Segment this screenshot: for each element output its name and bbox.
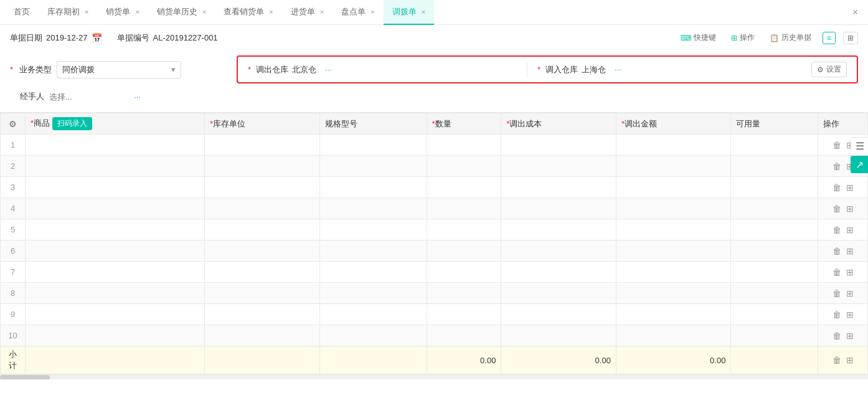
tab-purchase[interactable]: 进货单 ×: [282, 0, 333, 25]
tab-close-icon[interactable]: ×: [135, 8, 139, 16]
tab-home[interactable]: 首页: [5, 0, 39, 25]
delete-icon[interactable]: 🗑: [833, 288, 841, 298]
delete-icon[interactable]: 🗑: [833, 204, 841, 214]
cost-cell: [501, 198, 616, 219]
delete-icon[interactable]: 🗑: [833, 183, 841, 193]
scrollbar-thumb[interactable]: [0, 375, 50, 379]
window-close-button[interactable]: ×: [847, 7, 863, 18]
tab-view-sales[interactable]: 查看销货单 ×: [215, 0, 281, 25]
available-cell: [731, 177, 818, 198]
copy-icon[interactable]: ⊞: [846, 183, 854, 193]
action-cell: 🗑 ⊞: [818, 240, 868, 262]
action-cell: 🗑 ⊞: [818, 325, 868, 346]
row-number: 小计: [1, 346, 26, 374]
handler-input[interactable]: [49, 92, 124, 102]
list-view-button[interactable]: ≡: [823, 32, 836, 44]
amount-cell: [616, 325, 731, 346]
sidebar-expand-button[interactable]: ↗: [851, 156, 868, 173]
cost-cell: [501, 219, 616, 240]
row-number: 9: [1, 304, 26, 325]
amount-cell: [616, 262, 731, 283]
copy-icon[interactable]: ⊞: [846, 288, 854, 298]
unit-cell: [205, 304, 320, 325]
copy-icon[interactable]: ⊞: [846, 310, 854, 320]
tab-close-icon[interactable]: ×: [202, 8, 206, 16]
doc-date-field: 单据日期 2019-12-27 📅: [10, 32, 102, 44]
delete-icon[interactable]: 🗑: [833, 355, 841, 365]
tab-transfer[interactable]: 调拨单 ×: [384, 0, 434, 25]
copy-icon[interactable]: ⊞: [846, 246, 854, 256]
doc-number-value: AL-20191227-001: [153, 33, 218, 42]
delete-icon[interactable]: 🗑: [833, 246, 841, 256]
handler-more-button[interactable]: ···: [134, 92, 141, 102]
copy-icon[interactable]: ⊞: [846, 204, 854, 214]
spec-cell: [319, 240, 427, 262]
tab-close-icon[interactable]: ×: [85, 8, 88, 16]
table-row: 5 🗑 ⊞: [1, 219, 868, 240]
tab-inventory[interactable]: 盘点单 ×: [333, 0, 383, 25]
action-cell: 🗑 ⊞: [818, 346, 868, 374]
row-number: 2: [1, 156, 26, 177]
qty-col-header: *数量: [427, 113, 501, 135]
copy-icon[interactable]: ⊞: [846, 355, 854, 365]
tab-close-icon[interactable]: ×: [269, 8, 273, 16]
tab-label: 查看销货单: [224, 6, 264, 17]
tab-close-icon[interactable]: ×: [370, 8, 374, 16]
history-button[interactable]: 📋 历史单据: [766, 31, 815, 44]
qty-cell: 0.00: [427, 346, 501, 374]
available-cell: [731, 240, 818, 262]
delete-icon[interactable]: 🗑: [833, 225, 841, 235]
product-col-header: *商品 扫码录入: [26, 113, 205, 135]
qty-cell: [427, 135, 501, 156]
row-number: 3: [1, 177, 26, 198]
cost-col-header: *调出成本: [501, 113, 616, 135]
tab-label: 销货单历史: [157, 6, 197, 17]
delete-icon[interactable]: 🗑: [833, 140, 841, 150]
tab-sales-history[interactable]: 销货单历史 ×: [148, 0, 215, 25]
out-warehouse-more-button[interactable]: ···: [325, 65, 332, 74]
delete-icon[interactable]: 🗑: [833, 267, 841, 277]
sidebar-list-button[interactable]: ☰: [851, 137, 868, 155]
tab-inventory-init[interactable]: 库存期初 ×: [39, 0, 97, 25]
product-cell: [26, 262, 205, 283]
tab-sales-order[interactable]: 销货单 ×: [97, 0, 148, 25]
table-row: 小计 0.00 0.00 0.00 🗑 ⊞: [1, 346, 868, 374]
tab-label: 调拨单: [392, 6, 417, 17]
in-warehouse-more-button[interactable]: ···: [615, 65, 621, 74]
action-cell: 🗑 ⊞: [818, 219, 868, 240]
spec-cell: [319, 262, 427, 283]
cost-cell: [501, 156, 616, 177]
spec-cell: [319, 304, 427, 325]
unit-cell: [205, 283, 320, 304]
action-cell: 🗑 ⊞: [818, 283, 868, 304]
copy-icon[interactable]: ⊞: [846, 225, 854, 235]
shortcut-key-button[interactable]: ⌨ 快捷键: [677, 31, 720, 44]
tab-close-icon[interactable]: ×: [320, 8, 324, 16]
table-row: 2 🗑 ⊞: [1, 156, 868, 177]
copy-icon[interactable]: ⊞: [846, 331, 854, 341]
calendar-icon[interactable]: 📅: [92, 33, 102, 43]
biz-type-label: 业务类型: [19, 64, 52, 75]
horizontal-scrollbar[interactable]: [0, 374, 868, 379]
required-star: *: [537, 65, 540, 74]
warehouse-settings-button[interactable]: ⚙ 设置: [811, 62, 847, 77]
cost-cell: [501, 240, 616, 262]
column-settings-icon[interactable]: ⚙: [9, 119, 17, 129]
cost-cell: [501, 304, 616, 325]
tab-label: 盘点单: [341, 6, 366, 17]
delete-icon[interactable]: 🗑: [833, 331, 841, 341]
required-star: *: [248, 65, 251, 74]
handler-label: 经手人: [20, 91, 44, 102]
biz-type-dropdown[interactable]: 同价调拨 ▾: [57, 61, 181, 79]
delete-icon[interactable]: 🗑: [833, 161, 841, 171]
qty-cell: [427, 177, 501, 198]
scan-button[interactable]: 扫码录入: [52, 117, 92, 130]
tab-close-icon[interactable]: ×: [422, 8, 425, 16]
unit-cell: [205, 262, 320, 283]
amount-cell: [616, 135, 731, 156]
tab-label: 库存期初: [47, 6, 80, 17]
delete-icon[interactable]: 🗑: [833, 310, 841, 320]
operation-button[interactable]: ⊞ 操作: [727, 31, 758, 44]
copy-icon[interactable]: ⊞: [846, 267, 854, 277]
table-view-button[interactable]: ⊞: [843, 32, 858, 44]
